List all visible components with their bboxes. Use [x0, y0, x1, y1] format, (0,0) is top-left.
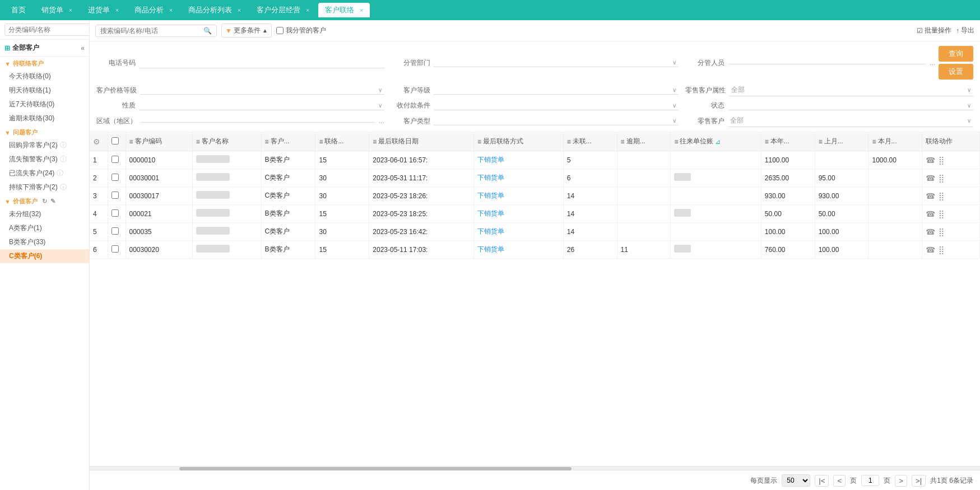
payment-select[interactable]: ∨: [434, 101, 679, 110]
nav-purchase-order[interactable]: 进货单 ×: [81, 3, 126, 17]
filter-actions: 查询 设置: [939, 46, 973, 80]
row-name: [192, 151, 261, 169]
b-class-customers[interactable]: B类客户(33): [0, 235, 89, 249]
more-action-icon[interactable]: ⣿: [939, 192, 944, 200]
today-pending[interactable]: 今天待联络(0): [0, 69, 89, 83]
nav-customer-tier[interactable]: 客户分层经营 ×: [250, 3, 316, 17]
week-pending[interactable]: 近7天待联络(0): [0, 97, 89, 111]
row-last-month: 930.00: [815, 187, 868, 205]
phone-action-icon[interactable]: ☎: [926, 245, 935, 254]
tomorrow-pending[interactable]: 明天待联络(1): [0, 83, 89, 97]
more-action-icon[interactable]: ⣿: [939, 174, 944, 183]
close-purchase-icon[interactable]: ×: [115, 7, 119, 13]
search-icon[interactable]: 🔍: [203, 27, 212, 35]
first-page-btn[interactable]: |<: [815, 475, 829, 487]
row-checkbox[interactable]: [112, 174, 119, 181]
payment-label: 收付款条件: [391, 101, 430, 110]
row-last-method-link[interactable]: 下销货单: [477, 227, 504, 235]
manager-ellipsis[interactable]: ...: [930, 59, 935, 67]
page-size-select[interactable]: 50 100 200: [782, 474, 810, 487]
customer-type-select[interactable]: ∨: [434, 116, 679, 125]
nav-customer-contact[interactable]: 客户联络 ×: [318, 3, 370, 17]
manager-select[interactable]: [728, 62, 926, 64]
row-last-method-link[interactable]: 下销货单: [477, 192, 504, 199]
declining[interactable]: 持续下滑客户(2) ⓘ: [0, 180, 89, 194]
nav-sales-order[interactable]: 销货单 ×: [35, 3, 79, 17]
close-product-analysis-icon[interactable]: ×: [169, 7, 173, 13]
region-select[interactable]: [140, 120, 375, 123]
close-customer-contact-icon[interactable]: ×: [360, 7, 363, 13]
phone-action-icon[interactable]: ☎: [926, 227, 935, 236]
more-action-icon[interactable]: ⣿: [939, 227, 944, 236]
row-checkbox[interactable]: [112, 209, 119, 217]
query-btn[interactable]: 查询: [939, 46, 973, 62]
region-ellipsis[interactable]: ...: [379, 117, 384, 125]
nature-select[interactable]: ∨: [139, 101, 384, 110]
row-last-method: 下销货单: [474, 205, 564, 223]
a-class-customers[interactable]: A类客户(1): [0, 221, 89, 235]
edit-icon[interactable]: ✎: [50, 198, 55, 205]
retail-attr-select[interactable]: 全部 ∨: [729, 84, 973, 96]
page-number-input[interactable]: [861, 475, 879, 486]
scrollbar-thumb[interactable]: [179, 467, 572, 470]
phone-action-icon[interactable]: ☎: [926, 156, 935, 165]
all-customers-label: 全部客户: [12, 43, 39, 53]
top-nav: 首页 销货单 × 进货单 × 商品分析 × 商品分析列表 × 客户分层经营 × …: [0, 0, 980, 20]
row-checkbox[interactable]: [112, 245, 119, 253]
nav-product-analysis-list[interactable]: 商品分析列表 ×: [182, 3, 248, 17]
row-type: B类客户: [261, 241, 315, 259]
horizontal-scrollbar[interactable]: [90, 466, 980, 470]
row-last-method-link[interactable]: 下销货单: [477, 245, 504, 253]
c-class-customers[interactable]: C类客户(6): [0, 249, 89, 263]
phone-action-icon[interactable]: ☎: [926, 174, 935, 183]
next-page-btn[interactable]: >: [895, 475, 907, 487]
row-this-month: [868, 223, 922, 241]
phone-action-icon[interactable]: ☎: [926, 192, 935, 200]
batch-ops-btn[interactable]: ☑ 批量操作: [917, 26, 951, 35]
col-last-contact-method: ≡最后联络方式: [474, 132, 564, 151]
close-customer-tier-icon[interactable]: ×: [306, 7, 309, 13]
row-checkbox[interactable]: [112, 227, 119, 235]
refresh-icon[interactable]: ↻: [42, 198, 47, 205]
more-action-icon[interactable]: ⣿: [939, 245, 944, 254]
row-checkbox[interactable]: [112, 192, 119, 199]
prev-page-btn[interactable]: <: [833, 475, 846, 487]
row-last-method-link[interactable]: 下销货单: [477, 174, 504, 181]
churned[interactable]: 已流失客户(24) ⓘ: [0, 166, 89, 180]
dept-select[interactable]: ∨: [434, 58, 679, 67]
more-action-icon[interactable]: ⣿: [939, 156, 944, 165]
nav-home[interactable]: 首页: [4, 3, 32, 17]
overdue-pending[interactable]: 逾期未联络(30): [0, 111, 89, 125]
churn-warning-label: 流失预警客户(3): [9, 155, 58, 164]
today-pending-label: 今天待联络(0): [9, 72, 51, 81]
price-grade-select[interactable]: ∨: [140, 86, 384, 95]
select-all-checkbox[interactable]: [112, 137, 119, 144]
search-input[interactable]: [100, 27, 201, 35]
churn-warning[interactable]: 流失预警客户(3) ⓘ: [0, 152, 89, 166]
phone-input[interactable]: [139, 58, 384, 68]
more-action-icon[interactable]: ⣿: [939, 209, 944, 218]
close-sales-order-icon[interactable]: ×: [69, 7, 72, 13]
row-index: 4: [90, 205, 108, 223]
last-page-btn[interactable]: >|: [912, 475, 926, 487]
row-last-method-link[interactable]: 下销货单: [477, 209, 504, 217]
my-customers-checkbox[interactable]: [276, 27, 284, 34]
nav-product-analysis[interactable]: 商品分析 ×: [128, 3, 179, 17]
customer-grade-select[interactable]: ∨: [434, 86, 679, 95]
settings-btn[interactable]: 设置: [939, 64, 973, 80]
ungrouped[interactable]: 未分组(32): [0, 207, 89, 221]
status-select[interactable]: ∨: [728, 101, 973, 110]
all-customers-header[interactable]: ⊞ 全部客户 «: [0, 40, 89, 57]
sidebar-collapse-icon[interactable]: «: [81, 44, 85, 52]
close-product-analysis-list-icon[interactable]: ×: [238, 7, 241, 13]
gear-icon[interactable]: ⚙: [93, 137, 100, 146]
export-btn[interactable]: ↑ 导出: [956, 26, 974, 35]
row-last-method-link[interactable]: 下销货单: [477, 156, 504, 164]
more-conditions-btn[interactable]: ▼ 更多条件 ▲: [221, 24, 272, 38]
row-checkbox[interactable]: [112, 156, 119, 163]
repurchase-abnormal[interactable]: 回购异常客户(2) ⓘ: [0, 138, 89, 152]
sidebar-search-input[interactable]: [4, 24, 90, 36]
col-account-expand-icon[interactable]: ⊿: [715, 138, 721, 146]
retail-customer-select[interactable]: 全部 ∨: [728, 115, 973, 127]
phone-action-icon[interactable]: ☎: [926, 209, 935, 218]
